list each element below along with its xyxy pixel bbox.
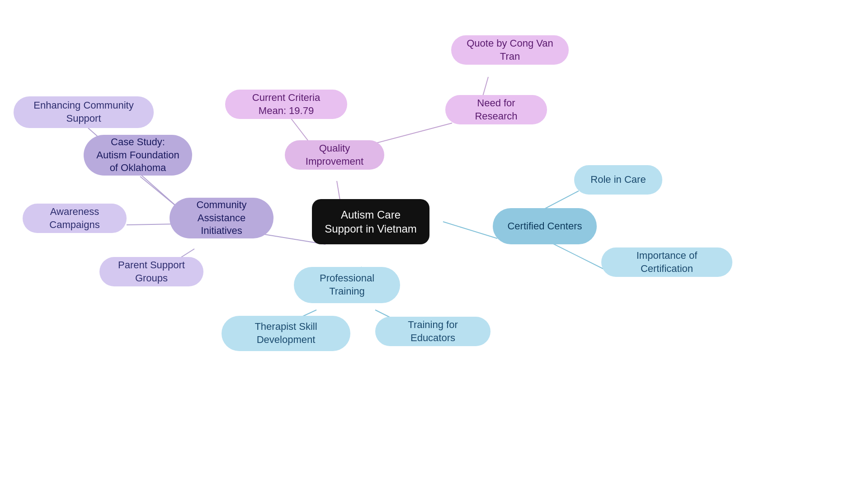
case-study-node: Case Study: Autism Foundation of Oklahom…	[84, 135, 192, 176]
role-in-care-node: Role in Care	[574, 165, 662, 195]
case-study-label: Case Study: Autism Foundation of Oklahom…	[96, 136, 179, 175]
importance-cert-node: Importance of Certification	[601, 247, 732, 277]
therapist-skill-node: Therapist Skill Development	[222, 316, 350, 351]
quality-improvement-label: Quality Improvement	[297, 142, 372, 168]
importance-cert-label: Importance of Certification	[614, 249, 720, 275]
professional-training-label: Professional Training	[307, 272, 387, 298]
awareness-campaigns-node: Awareness Campaigns	[23, 204, 127, 233]
svg-line-3	[127, 224, 176, 225]
training-educators-label: Training for Educators	[388, 319, 478, 344]
current-criteria-label: Current Criteria Mean: 19.79	[238, 91, 335, 117]
need-research-node: Need for Research	[445, 95, 547, 124]
community-assistance-label: Community Assistance Initiatives	[182, 199, 261, 238]
community-assistance-node: Community Assistance Initiatives	[170, 198, 274, 238]
professional-training-node: Professional Training	[294, 267, 400, 303]
svg-line-2	[140, 176, 179, 208]
quality-improvement-node: Quality Improvement	[285, 140, 384, 170]
need-research-label: Need for Research	[458, 97, 534, 123]
center-label: Autism Care Support in Vietnam	[325, 208, 417, 236]
parent-support-label: Parent Support Groups	[112, 259, 191, 285]
training-educators-node: Training for Educators	[375, 317, 491, 346]
therapist-skill-label: Therapist Skill Development	[234, 320, 338, 346]
enhancing-community-label: Enhancing Community Support	[26, 99, 141, 125]
role-in-care-label: Role in Care	[590, 173, 646, 186]
awareness-label: Awareness Campaigns	[35, 205, 114, 231]
quote-node: Quote by Cong Van Tran	[451, 35, 569, 65]
quote-label: Quote by Cong Van Tran	[464, 37, 556, 63]
certified-centers-node: Certified Centers	[493, 208, 597, 244]
certified-centers-label: Certified Centers	[507, 220, 582, 233]
enhancing-community-node: Enhancing Community Support	[14, 96, 154, 128]
connection-lines	[0, 0, 868, 490]
current-criteria-node: Current Criteria Mean: 19.79	[225, 90, 347, 119]
svg-line-9	[443, 222, 497, 238]
parent-support-node: Parent Support Groups	[99, 257, 203, 286]
center-node: Autism Care Support in Vietnam	[312, 199, 429, 244]
